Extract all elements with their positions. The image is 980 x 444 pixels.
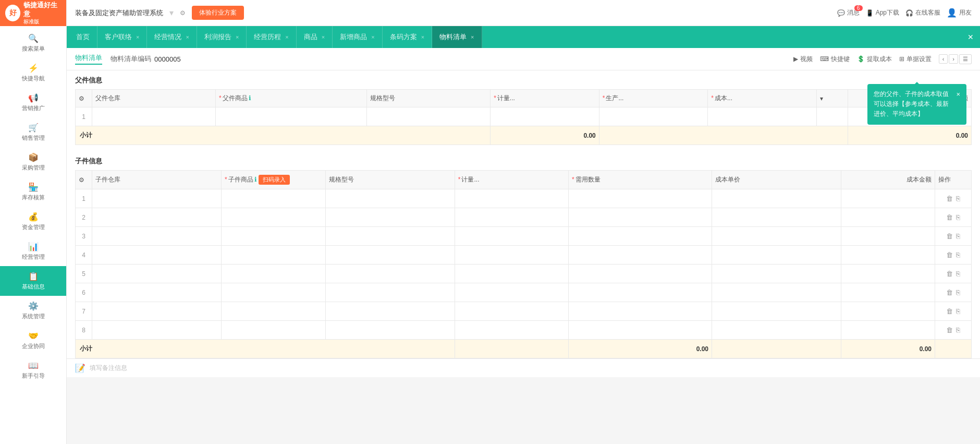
get-cost-action[interactable]: 💲 提取成本: [857, 55, 892, 64]
child-row-3-unit[interactable]: [455, 227, 568, 246]
tab-goods[interactable]: 商品×: [297, 26, 333, 48]
child-row-2-product[interactable]: [221, 208, 325, 227]
delete-icon-2[interactable]: 🗑: [946, 213, 953, 221]
child-row-8-unit-cost[interactable]: [712, 321, 841, 340]
app-download-action[interactable]: 📱 App下载: [866, 8, 899, 17]
child-row-6-unit-cost[interactable]: [712, 283, 841, 302]
sidebar-item-finance[interactable]: 💰资金管理: [0, 207, 66, 236]
experience-btn[interactable]: 体验行业方案: [192, 6, 244, 20]
delete-icon-8[interactable]: 🗑: [946, 326, 953, 334]
sidebar-item-purchase[interactable]: 📦采购管理: [0, 147, 66, 177]
tab-new-goods[interactable]: 新增商品×: [333, 26, 382, 48]
prev-arrow[interactable]: ‹: [939, 54, 948, 64]
copy-icon-4[interactable]: ⎘: [956, 251, 960, 259]
tab-ops-close[interactable]: ×: [186, 34, 189, 40]
parent-row-1-production[interactable]: [599, 107, 708, 126]
sidebar-item-guide[interactable]: 📖新手引导: [0, 355, 66, 385]
close-all-icon[interactable]: ✕: [967, 33, 974, 41]
tab-bom-close[interactable]: ×: [471, 34, 474, 40]
tab-barcode-close[interactable]: ×: [421, 34, 424, 40]
child-row-5-unit-cost[interactable]: [712, 265, 841, 283]
tab-new-goods-close[interactable]: ×: [371, 34, 374, 40]
child-row-4-qty[interactable]: [569, 246, 712, 265]
next-arrow[interactable]: ›: [949, 54, 958, 64]
child-row-4-unit[interactable]: [455, 246, 568, 265]
parent-row-1-cost[interactable]: [708, 107, 817, 126]
child-row-2-unit[interactable]: [455, 208, 568, 227]
sidebar-item-system[interactable]: ⚙️系统管理: [0, 296, 66, 326]
child-row-4-unit-cost[interactable]: [712, 246, 841, 265]
copy-icon-1[interactable]: ⎘: [956, 195, 960, 202]
tab-goods-close[interactable]: ×: [322, 34, 325, 40]
tab-customer[interactable]: 客户联络×: [97, 26, 147, 48]
child-row-7-product[interactable]: [221, 302, 325, 321]
delete-icon-5[interactable]: 🗑: [946, 270, 953, 278]
child-row-7-qty[interactable]: [569, 302, 712, 321]
child-row-3-product[interactable]: [221, 227, 325, 246]
child-row-5-spec[interactable]: [325, 265, 455, 283]
scan-input-btn[interactable]: 扫码录入: [259, 175, 290, 185]
child-row-7-unit[interactable]: [455, 302, 568, 321]
child-row-1-unit-cost[interactable]: [712, 189, 841, 208]
tab-bom-list[interactable]: 物料清单: [75, 53, 102, 65]
sidebar-item-basic[interactable]: 📋基础信息: [0, 266, 66, 296]
child-row-6-spec[interactable]: [325, 283, 455, 302]
child-row-8-qty[interactable]: [569, 321, 712, 340]
parent-row-1-warehouse[interactable]: [92, 107, 216, 126]
sidebar-item-operations[interactable]: 📊经营管理: [0, 236, 66, 266]
expand-arrow[interactable]: ☰: [959, 54, 972, 64]
copy-icon-7[interactable]: ⎘: [956, 307, 960, 315]
tab-home[interactable]: 首页: [69, 26, 97, 48]
parent-row-1-spec[interactable]: [367, 107, 491, 126]
sidebar-item-marketing[interactable]: 📢营销推广: [0, 88, 66, 117]
child-row-3-qty[interactable]: [569, 227, 712, 246]
child-row-5-warehouse[interactable]: [92, 265, 222, 283]
shortcut-action[interactable]: ⌨ 快捷键: [820, 55, 850, 64]
tab-operations-status[interactable]: 经营情况×: [147, 26, 197, 48]
gear-settings-icon[interactable]: ⚙: [180, 9, 186, 17]
message-action[interactable]: 💬 消息 6: [837, 8, 860, 17]
child-row-8-warehouse[interactable]: [92, 321, 222, 340]
tab-bom[interactable]: 物料清单×: [432, 26, 482, 48]
child-row-3-spec[interactable]: [325, 227, 455, 246]
child-row-3-warehouse[interactable]: [92, 227, 222, 246]
child-row-5-qty[interactable]: [569, 265, 712, 283]
parent-row-1-unit[interactable]: [491, 107, 599, 126]
child-row-5-product[interactable]: [221, 265, 325, 283]
user-action[interactable]: 👤 用友: [947, 8, 972, 18]
copy-icon-3[interactable]: ⎘: [956, 232, 960, 240]
child-row-4-spec[interactable]: [325, 246, 455, 265]
child-settings-gear-icon[interactable]: ⚙: [79, 176, 84, 184]
tab-profit[interactable]: 利润报告×: [197, 26, 247, 48]
copy-icon-2[interactable]: ⎘: [956, 213, 960, 221]
sidebar-item-inventory[interactable]: 🏪库存核算: [0, 177, 66, 207]
child-row-4-warehouse[interactable]: [92, 246, 222, 265]
child-row-5-unit[interactable]: [455, 265, 568, 283]
child-row-2-qty[interactable]: [569, 208, 712, 227]
child-row-2-unit-cost[interactable]: [712, 208, 841, 227]
copy-icon-6[interactable]: ⎘: [956, 289, 960, 296]
tab-profit-close[interactable]: ×: [236, 34, 239, 40]
sidebar-item-collab[interactable]: 🤝企业协同: [0, 326, 66, 355]
single-settings-action[interactable]: ⊞ 单据设置: [899, 55, 932, 64]
tooltip-close-btn[interactable]: ×: [956, 89, 960, 100]
child-row-1-qty[interactable]: [569, 189, 712, 208]
settings-gear-icon[interactable]: ⚙: [79, 95, 84, 102]
tab-history[interactable]: 经营历程×: [247, 26, 296, 48]
delete-icon-4[interactable]: 🗑: [946, 251, 953, 259]
copy-icon-8[interactable]: ⎘: [956, 326, 960, 334]
child-row-7-unit-cost[interactable]: [712, 302, 841, 321]
child-row-6-qty[interactable]: [569, 283, 712, 302]
tab-customer-close[interactable]: ×: [136, 34, 139, 40]
child-row-6-product[interactable]: [221, 283, 325, 302]
delete-icon-3[interactable]: 🗑: [946, 232, 953, 240]
tab-history-close[interactable]: ×: [285, 34, 288, 40]
sidebar-item-quick[interactable]: ⚡快捷导航: [0, 58, 66, 88]
child-row-7-spec[interactable]: [325, 302, 455, 321]
delete-icon-7[interactable]: 🗑: [946, 307, 953, 315]
child-row-2-warehouse[interactable]: [92, 208, 222, 227]
tab-barcode[interactable]: 条码方案×: [383, 26, 432, 48]
child-row-7-warehouse[interactable]: [92, 302, 222, 321]
child-row-3-unit-cost[interactable]: [712, 227, 841, 246]
child-row-2-spec[interactable]: [325, 208, 455, 227]
